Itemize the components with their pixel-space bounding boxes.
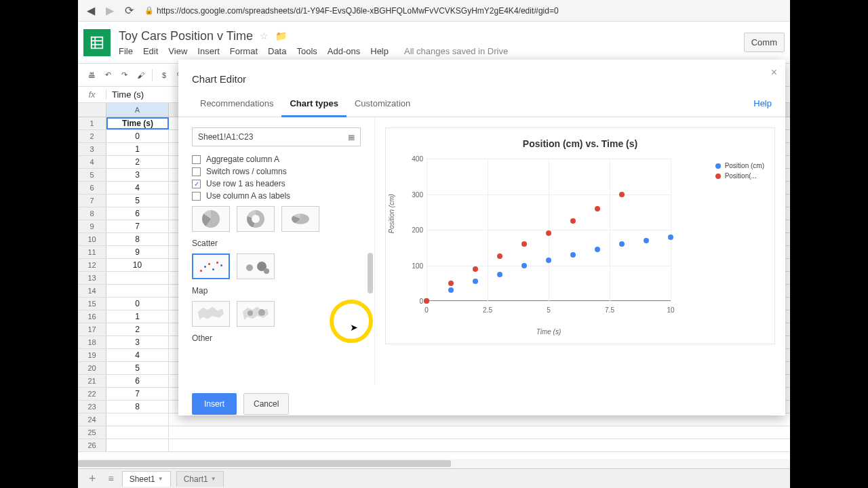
menu-help[interactable]: Help <box>370 46 389 56</box>
sheet-tab-sheet1[interactable]: Sheet1▼ <box>122 471 171 487</box>
cell[interactable]: 6 <box>106 375 169 387</box>
cell[interactable]: 7 <box>106 220 169 232</box>
row-header[interactable]: 4 <box>78 156 106 168</box>
row-header[interactable]: 22 <box>78 388 106 400</box>
chart-type-pie[interactable] <box>192 206 230 232</box>
cell[interactable]: 5 <box>106 362 169 374</box>
url-bar[interactable]: 🔒https://docs.google.com/spreadsheets/d/… <box>142 5 783 17</box>
sheet-tab-chart1[interactable]: Chart1▼ <box>176 471 224 487</box>
undo-icon[interactable]: ↶ <box>101 68 115 81</box>
close-icon[interactable]: × <box>771 66 777 79</box>
folder-icon[interactable]: 📁 <box>275 30 287 41</box>
row-header[interactable]: 9 <box>78 220 106 232</box>
row-header[interactable]: 13 <box>78 272 106 284</box>
insert-button[interactable]: Insert <box>192 393 237 415</box>
comments-button[interactable]: Comm <box>744 33 785 52</box>
tab-chart-types[interactable]: Chart types <box>281 92 347 117</box>
row-header[interactable]: 19 <box>78 349 106 361</box>
aggregate-checkbox[interactable]: Aggregate column A <box>192 155 361 164</box>
menu-edit[interactable]: Edit <box>143 46 158 56</box>
row-header[interactable]: 11 <box>78 246 106 258</box>
menu-data[interactable]: Data <box>268 46 286 56</box>
data-range-input[interactable]: Sheet1!A1:C23▦ <box>192 127 361 146</box>
row-header[interactable]: 20 <box>78 362 106 374</box>
row-header[interactable]: 18 <box>78 336 106 348</box>
options-scrollbar[interactable] <box>368 253 373 293</box>
menu-insert[interactable]: Insert <box>197 46 220 56</box>
row-header[interactable]: 6 <box>78 182 106 194</box>
all-sheets-button[interactable]: ≡ <box>106 473 117 484</box>
chart-type-geo-markers[interactable] <box>237 301 275 327</box>
cell[interactable] <box>106 439 169 451</box>
cell[interactable]: 1 <box>106 310 169 323</box>
column-header-a[interactable]: A <box>106 103 169 117</box>
chart-type-donut[interactable] <box>237 206 275 232</box>
forward-button[interactable]: ▶ <box>104 5 116 17</box>
cell[interactable] <box>106 413 169 426</box>
cell[interactable]: 1 <box>106 143 169 155</box>
cell[interactable]: 4 <box>106 182 169 194</box>
star-icon[interactable]: ☆ <box>260 30 269 41</box>
row-header[interactable]: 3 <box>78 143 106 155</box>
cell[interactable]: 2 <box>106 323 169 336</box>
cell[interactable]: 9 <box>106 246 169 258</box>
print-icon[interactable]: 🖶 <box>85 69 98 81</box>
cell[interactable]: 8 <box>106 401 169 413</box>
row-header[interactable]: 25 <box>78 426 106 439</box>
paint-format-icon[interactable]: 🖌 <box>134 69 147 81</box>
cell[interactable]: 0 <box>106 298 169 310</box>
menu-tools[interactable]: Tools <box>296 46 317 56</box>
doc-title[interactable]: Toy Cars Position v Time <box>119 29 253 43</box>
redo-icon[interactable]: ↷ <box>117 68 131 81</box>
row-header[interactable]: 8 <box>78 207 106 220</box>
menu-addons[interactable]: Add-ons <box>328 46 360 56</box>
cancel-button[interactable]: Cancel <box>243 393 289 415</box>
chart-type-scatter[interactable] <box>192 253 230 279</box>
row-header[interactable]: 23 <box>78 401 106 413</box>
cell[interactable]: 0 <box>106 130 169 142</box>
cell[interactable]: 6 <box>106 207 169 220</box>
back-button[interactable]: ◀ <box>85 5 97 17</box>
add-sheet-button[interactable]: + <box>85 472 100 486</box>
cell[interactable]: 4 <box>106 349 169 361</box>
row-header[interactable]: 26 <box>78 439 106 451</box>
cell[interactable]: 7 <box>106 388 169 400</box>
use-row1-checkbox[interactable]: ✓Use row 1 as headers <box>192 179 361 188</box>
cell[interactable]: 5 <box>106 195 169 207</box>
row-header[interactable]: 1 <box>78 117 106 129</box>
row-header[interactable]: 17 <box>78 323 106 336</box>
row-header[interactable]: 5 <box>78 169 106 181</box>
row-header[interactable]: 24 <box>78 413 106 426</box>
row-header[interactable]: 7 <box>78 195 106 207</box>
chart-type-pie-3d[interactable] <box>281 206 319 232</box>
chart-type-bubble[interactable] <box>237 253 275 279</box>
row-header[interactable]: 12 <box>78 259 106 271</box>
cell[interactable] <box>106 285 169 297</box>
tab-recommendations[interactable]: Recommendations <box>192 92 281 117</box>
cell[interactable]: Time (s) <box>106 117 169 129</box>
cell[interactable]: 3 <box>106 169 169 181</box>
cell[interactable]: 2 <box>106 156 169 168</box>
row-header[interactable]: 15 <box>78 298 106 310</box>
row-header[interactable]: 21 <box>78 375 106 387</box>
row-header[interactable]: 16 <box>78 310 106 323</box>
select-all-corner[interactable] <box>78 103 106 117</box>
cell[interactable]: 10 <box>106 259 169 271</box>
row-header[interactable]: 2 <box>78 130 106 142</box>
currency-button[interactable]: $ <box>157 69 171 81</box>
sheets-app-icon[interactable] <box>83 29 111 56</box>
menu-file[interactable]: File <box>119 46 133 56</box>
horizontal-scrollbar[interactable] <box>78 459 790 468</box>
chart-type-geo[interactable] <box>192 301 230 327</box>
switch-rows-checkbox[interactable]: Switch rows / columns <box>192 167 361 176</box>
reload-button[interactable]: ⟳ <box>123 5 135 17</box>
menu-view[interactable]: View <box>168 46 187 56</box>
fx-value[interactable]: Time (s) <box>106 89 149 100</box>
menu-format[interactable]: Format <box>230 46 258 56</box>
row-header[interactable]: 10 <box>78 233 106 245</box>
use-colA-checkbox[interactable]: Use column A as labels <box>192 191 361 201</box>
row-header[interactable]: 14 <box>78 285 106 297</box>
cell[interactable]: 3 <box>106 336 169 348</box>
cell[interactable] <box>106 426 169 439</box>
grid-icon[interactable]: ▦ <box>348 133 355 142</box>
